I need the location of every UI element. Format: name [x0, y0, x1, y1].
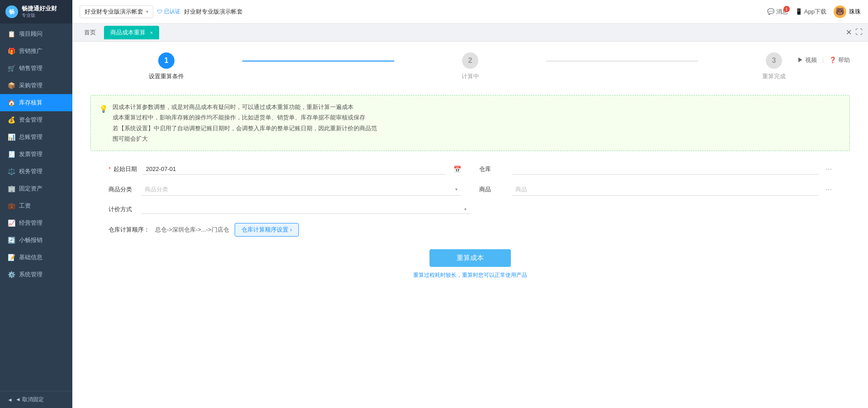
- salary-icon: 💼: [7, 202, 15, 210]
- sidebar-item-system[interactable]: ⚙️ 系统管理: [0, 266, 72, 283]
- warehouse-order-label: 仓库计算顺序：: [108, 226, 150, 234]
- account-selector[interactable]: 好业财专业版演示帐套 ▾: [80, 5, 153, 18]
- start-date-label: * 起始日期: [108, 165, 137, 173]
- sidebar-item-assets[interactable]: 🏢 固定资产: [0, 180, 72, 197]
- category-field: 商品分类 商品分类 ▾: [108, 184, 461, 196]
- step-1-label: 设置重算条件: [149, 72, 184, 81]
- sidebar-item-accounting[interactable]: 📊 总账管理: [0, 128, 72, 146]
- step-line-2: [546, 61, 698, 62]
- pricing-field: 计价方式 ▾: [108, 205, 470, 214]
- tab-cost-recalc[interactable]: 商品成本重算 ×: [104, 26, 159, 39]
- category-label: 商品分类: [108, 185, 136, 194]
- sidebar-item-operations[interactable]: 📈 经营管理: [0, 214, 72, 232]
- basic-icon: 📝: [7, 253, 15, 261]
- sidebar-item-sales[interactable]: 🛒 销售管理: [0, 60, 72, 77]
- sidebar-item-tax[interactable]: ⚖️ 税务管理: [0, 163, 72, 180]
- pricing-select[interactable]: ▾: [141, 205, 470, 214]
- form-row-2: 商品分类 商品分类 ▾ 商品 商品 ···: [108, 184, 832, 196]
- close-window-icon[interactable]: ✕: [846, 28, 852, 37]
- assets-icon: 🏢: [7, 185, 15, 193]
- header-left: 好业财专业版演示帐套 ▾ 🛡 已认证 好业财专业版演示帐套: [80, 5, 243, 18]
- finance-icon: 💰: [7, 116, 15, 124]
- step-1-circle: 1: [158, 52, 175, 69]
- sidebar-item-inventory[interactable]: 🏠 库存核算: [0, 94, 72, 111]
- product-select[interactable]: 商品: [512, 184, 819, 196]
- product-label: 商品: [479, 185, 506, 194]
- project-icon: 📋: [7, 30, 15, 38]
- system-icon: ⚙️: [7, 270, 15, 279]
- marketing-icon: 🎁: [7, 47, 15, 55]
- logo-icon: 畅: [5, 5, 18, 18]
- sidebar: 畅 畅捷通好业财 专业版 📋 项目顾问 🎁 营销推广 🛒 销售管理 📦 采购管理…: [0, 0, 72, 408]
- form-row-1: * 起始日期 📅 仓库 ···: [108, 164, 832, 175]
- sidebar-item-project[interactable]: 📋 项目顾问: [0, 25, 72, 43]
- unpin-icon: ◄: [7, 397, 13, 403]
- recalc-hint: 重算过程耗时较长，重算时您可以正常使用产品: [413, 271, 527, 279]
- tab-controls: ✕ ⛶: [846, 28, 863, 37]
- sidebar-item-salary[interactable]: 💼 工资: [0, 197, 72, 214]
- warehouse-input[interactable]: [512, 164, 819, 175]
- sidebar-menu: 📋 项目顾问 🎁 营销推广 🛒 销售管理 📦 采购管理 🏠 库存核算 💰 资金管…: [0, 24, 72, 391]
- tax-icon: ⚖️: [7, 167, 15, 176]
- step-3-circle: 3: [766, 52, 782, 69]
- warehouse-field: 仓库 ···: [479, 164, 832, 175]
- accounting-icon: 📊: [7, 133, 15, 141]
- sidebar-item-basic[interactable]: 📝 基础信息: [0, 249, 72, 266]
- warehouse-label: 仓库: [479, 165, 506, 173]
- purchase-icon: 📦: [7, 81, 15, 90]
- mobile-icon: 📱: [795, 8, 802, 15]
- tab-home[interactable]: 首页: [78, 26, 102, 39]
- recalc-section: 重算成本 重算过程耗时较长，重算时您可以正常使用产品: [108, 249, 832, 279]
- header-right: 💬 消息 1 📱 App下载 🐻 珠珠: [767, 5, 861, 18]
- step-1: 1 设置重算条件: [90, 52, 242, 81]
- page-content: 1 设置重算条件 2 计算中 3 重算完成 ▶ 视频 | ❓ 帮助 💡: [72, 42, 868, 408]
- step-line-1: [242, 61, 394, 62]
- step-2-circle: 2: [462, 52, 478, 69]
- product-dots-icon[interactable]: ···: [826, 185, 832, 194]
- warehouse-order-settings-button[interactable]: 仓库计算顺序设置 ›: [235, 223, 299, 237]
- recalc-button[interactable]: 重算成本: [429, 249, 511, 267]
- product-field: 商品 商品 ···: [479, 184, 832, 196]
- sidebar-item-purchase[interactable]: 📦 采购管理: [0, 77, 72, 94]
- start-date-input[interactable]: [142, 164, 446, 175]
- user-menu[interactable]: 🐻 珠珠: [834, 5, 861, 18]
- required-mark: *: [108, 166, 111, 172]
- calendar-icon[interactable]: 📅: [453, 166, 461, 173]
- category-select[interactable]: 商品分类 ▾: [141, 184, 461, 196]
- tabs-bar: 首页 商品成本重算 × ✕ ⛶: [72, 24, 868, 42]
- help-link[interactable]: ❓ 帮助: [829, 56, 850, 64]
- tab-close-icon[interactable]: ×: [150, 30, 153, 35]
- notification-badge: 1: [783, 6, 790, 12]
- step-2: 2 计算中: [394, 52, 546, 81]
- sidebar-unpin[interactable]: ◄ ◄ 取消固定: [0, 391, 72, 408]
- logo-text: 畅捷通好业财 专业版: [22, 5, 57, 19]
- notice-icon: 💡: [99, 103, 108, 144]
- operations-icon: 📈: [7, 219, 15, 227]
- sidebar-item-invoice[interactable]: 🧾 发票管理: [0, 146, 72, 163]
- pricing-row: 计价方式 ▾: [108, 205, 832, 214]
- form-section: * 起始日期 📅 仓库 ··· 商品分类 商品分类: [90, 164, 850, 279]
- main-area: 好业财专业版演示帐套 ▾ 🛡 已认证 好业财专业版演示帐套 💬 消息 1 📱 A…: [72, 0, 868, 408]
- warehouse-order-value: 总仓->深圳仓库->...->门店仓: [155, 226, 229, 234]
- maximize-window-icon[interactable]: ⛶: [855, 28, 863, 37]
- warehouse-order-row: 仓库计算顺序： 总仓->深圳仓库->...->门店仓 仓库计算顺序设置 ›: [108, 223, 832, 237]
- category-chevron-icon: ▾: [455, 187, 458, 192]
- app-download-button[interactable]: 📱 App下载: [795, 8, 826, 16]
- warehouse-dots-icon[interactable]: ···: [826, 165, 832, 173]
- message-button[interactable]: 💬 消息 1: [767, 8, 788, 16]
- video-link[interactable]: ▶ 视频: [797, 56, 817, 64]
- sidebar-logo: 畅 畅捷通好业财 专业版: [0, 0, 72, 24]
- pricing-label: 计价方式: [108, 205, 136, 213]
- sidebar-item-finance[interactable]: 💰 资金管理: [0, 111, 72, 128]
- expense-icon: 🔄: [7, 236, 15, 244]
- sidebar-item-marketing[interactable]: 🎁 营销推广: [0, 43, 72, 60]
- inventory-icon: 🏠: [7, 99, 15, 107]
- pricing-chevron-icon: ▾: [464, 207, 467, 212]
- notice-content: 因成本计算参数调整，或是对商品成本有疑问时，可以通过成本重算功能，重新计算一遍成…: [113, 102, 377, 144]
- verified-badge: 🛡 已认证: [157, 8, 180, 15]
- sidebar-item-expense[interactable]: 🔄 小畅报销: [0, 232, 72, 249]
- message-icon: 💬: [767, 8, 774, 15]
- invoice-icon: 🧾: [7, 150, 15, 158]
- account-full-name: 好业财专业版演示帐套: [184, 8, 243, 16]
- notice-box: 💡 因成本计算参数调整，或是对商品成本有疑问时，可以通过成本重算功能，重新计算一…: [90, 95, 850, 151]
